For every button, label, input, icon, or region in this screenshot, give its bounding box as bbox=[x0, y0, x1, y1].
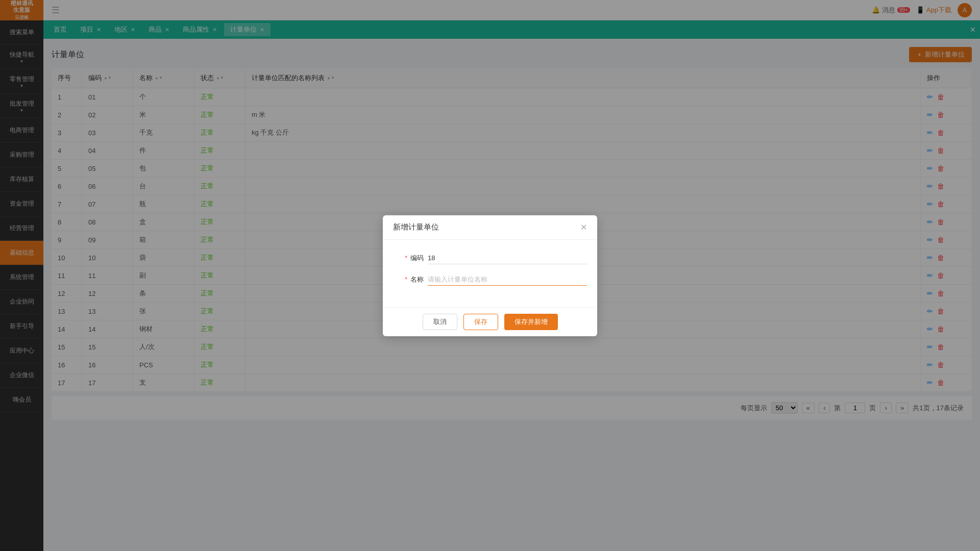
dialog-body: * 编码 * 名称 bbox=[383, 240, 597, 307]
form-row-code: * 编码 bbox=[393, 252, 587, 264]
dialog-title: 新增计量单位 bbox=[393, 222, 439, 232]
modal-overlay[interactable]: 新增计量单位 ✕ * 编码 * 名称 取消 保存 保存并新增 bbox=[0, 0, 980, 551]
dialog-header: 新增计量单位 ✕ bbox=[383, 215, 597, 240]
required-star: * bbox=[405, 254, 407, 262]
required-star: * bbox=[405, 276, 407, 283]
save-and-new-button[interactable]: 保存并新增 bbox=[504, 314, 558, 330]
save-button[interactable]: 保存 bbox=[463, 314, 498, 330]
form-row-name: * 名称 bbox=[393, 273, 587, 286]
code-input[interactable] bbox=[428, 252, 587, 264]
name-input[interactable] bbox=[428, 273, 587, 286]
dialog-close-icon[interactable]: ✕ bbox=[580, 222, 587, 232]
dialog-footer: 取消 保存 保存并新增 bbox=[383, 307, 597, 336]
add-unit-dialog: 新增计量单位 ✕ * 编码 * 名称 取消 保存 保存并新增 bbox=[383, 215, 597, 336]
cancel-button[interactable]: 取消 bbox=[423, 314, 457, 330]
form-name-label: * 名称 bbox=[393, 275, 424, 284]
form-code-label: * 编码 bbox=[393, 254, 424, 263]
